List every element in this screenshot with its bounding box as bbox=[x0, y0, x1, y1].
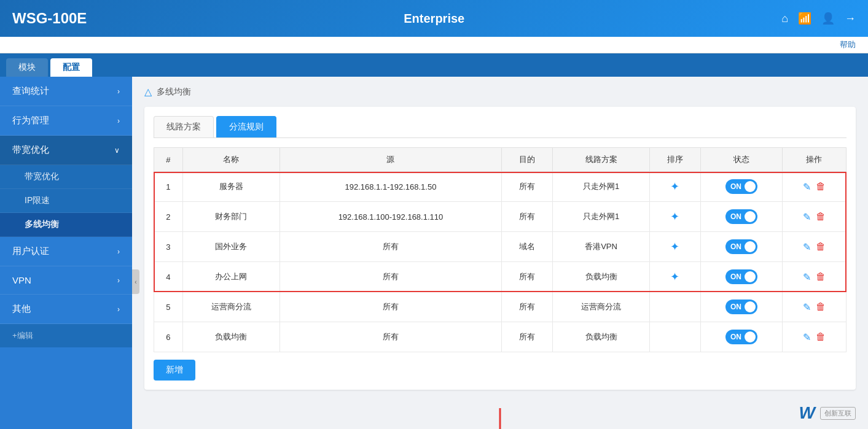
cell-id: 5 bbox=[154, 292, 183, 322]
tab-config[interactable]: 配置 bbox=[50, 58, 92, 77]
cell-status: ON bbox=[700, 292, 782, 322]
toggle-switch[interactable]: ON bbox=[725, 269, 757, 284]
table-row: 1服务器192.168.1.1-192.168.1.50所有只走外网1✦ON✎🗑 bbox=[154, 172, 846, 202]
cell-dest: 所有 bbox=[502, 202, 553, 232]
sidebar-collapse-button[interactable]: ‹ bbox=[132, 269, 139, 294]
toggle-switch[interactable]: ON bbox=[725, 300, 757, 314]
cell-dest: 所有 bbox=[502, 172, 553, 202]
delete-icon[interactable]: 🗑 bbox=[816, 211, 826, 222]
edit-icon[interactable]: ✎ bbox=[803, 181, 811, 193]
chevron-other: › bbox=[117, 305, 120, 314]
cell-sort: ✦ bbox=[650, 202, 701, 232]
sort-icon[interactable]: ✦ bbox=[670, 241, 679, 253]
edit-icon[interactable]: ✎ bbox=[803, 271, 811, 283]
tab-route-plan[interactable]: 线路方案 bbox=[154, 116, 214, 137]
edit-icon[interactable]: ✎ bbox=[803, 331, 811, 343]
delete-icon[interactable]: 🗑 bbox=[816, 181, 826, 192]
edit-icon[interactable]: ✎ bbox=[803, 301, 811, 313]
col-header-status: 状态 bbox=[700, 148, 782, 172]
cell-id: 1 bbox=[154, 172, 183, 202]
toggle-switch[interactable]: ON bbox=[725, 239, 757, 254]
chevron-user-auth: › bbox=[117, 247, 120, 256]
action-icons: ✎🗑 bbox=[788, 241, 841, 253]
cell-dest: 所有 bbox=[502, 262, 553, 292]
edit-icon[interactable]: ✎ bbox=[803, 241, 811, 253]
breadcrumb-icon: △ bbox=[144, 86, 152, 98]
help-link[interactable]: 帮助 bbox=[840, 40, 856, 49]
cell-sort bbox=[650, 292, 701, 322]
sidebar-sub-ip-limit[interactable]: IP限速 bbox=[0, 189, 132, 213]
company-logo: 创新互联 bbox=[820, 407, 856, 420]
sidebar-item-query-label: 查询统计 bbox=[12, 85, 49, 97]
sidebar-item-bandwidth[interactable]: 带宽优化 ∨ bbox=[0, 136, 132, 165]
cell-id: 6 bbox=[154, 322, 183, 352]
delete-icon[interactable]: 🗑 bbox=[816, 271, 826, 282]
header-icons: ⌂ 📶 👤 → bbox=[781, 12, 856, 25]
cell-name: 财务部门 bbox=[182, 202, 280, 232]
col-header-sort: 排序 bbox=[650, 148, 701, 172]
cell-sort: ✦ bbox=[650, 172, 701, 202]
chevron-vpn: › bbox=[117, 276, 120, 285]
cell-name: 办公上网 bbox=[182, 262, 280, 292]
delete-icon[interactable]: 🗑 bbox=[816, 331, 826, 342]
breadcrumb: △ 多线均衡 bbox=[144, 86, 856, 98]
toggle-knob bbox=[745, 211, 756, 222]
toggle-knob bbox=[745, 271, 756, 282]
w-logo: W bbox=[799, 403, 815, 423]
sidebar-item-behavior[interactable]: 行为管理 › bbox=[0, 106, 132, 136]
edit-icon[interactable]: ✎ bbox=[803, 211, 811, 223]
cell-sort bbox=[650, 322, 701, 352]
delete-icon[interactable]: 🗑 bbox=[816, 241, 826, 252]
toggle-switch[interactable]: ON bbox=[725, 209, 757, 224]
sidebar-item-vpn[interactable]: VPN › bbox=[0, 266, 132, 295]
table-row: 5运营商分流所有所有运营商分流ON✎🗑 bbox=[154, 292, 846, 322]
sort-icon[interactable]: ✦ bbox=[670, 211, 679, 223]
user-icon[interactable]: 👤 bbox=[821, 12, 835, 25]
tab-flow-rules[interactable]: 分流规则 bbox=[216, 116, 276, 137]
toggle-switch[interactable]: ON bbox=[725, 179, 757, 194]
cell-status: ON bbox=[700, 232, 782, 262]
cell-route: 运营商分流 bbox=[553, 292, 650, 322]
cell-actions: ✎🗑 bbox=[782, 232, 846, 262]
sidebar-item-bandwidth-label: 带宽优化 bbox=[12, 144, 49, 156]
sort-icon[interactable]: ✦ bbox=[670, 271, 679, 283]
col-header-id: # bbox=[154, 148, 183, 172]
cell-sort: ✦ bbox=[650, 232, 701, 262]
delete-icon[interactable]: 🗑 bbox=[816, 301, 826, 312]
table-wrapper: # 名称 源 目的 线路方案 排序 状态 操作 1服务器192.168.1.1-… bbox=[154, 147, 846, 352]
sidebar-item-other-label: 其他 bbox=[12, 303, 31, 315]
cell-source: 所有 bbox=[280, 292, 502, 322]
wifi-icon[interactable]: 📶 bbox=[798, 12, 811, 25]
col-header-action: 操作 bbox=[782, 148, 846, 172]
cell-id: 3 bbox=[154, 232, 183, 262]
toggle-knob bbox=[745, 181, 756, 192]
cell-dest: 域名 bbox=[502, 232, 553, 262]
help-bar: 帮助 bbox=[0, 37, 868, 53]
cell-sort: ✦ bbox=[650, 262, 701, 292]
cell-source: 所有 bbox=[280, 322, 502, 352]
toggle-switch[interactable]: ON bbox=[725, 330, 757, 344]
sidebar-item-other[interactable]: 其他 › bbox=[0, 295, 132, 324]
sidebar-item-query[interactable]: 查询统计 › bbox=[0, 77, 132, 106]
cell-route: 只走外网1 bbox=[553, 202, 650, 232]
sidebar-add-edit[interactable]: +编辑 bbox=[0, 324, 132, 347]
table-row: 3国外业务所有域名香港VPN✦ON✎🗑 bbox=[154, 232, 846, 262]
col-header-source: 源 bbox=[280, 148, 502, 172]
sidebar-sub-multiline[interactable]: 多线均衡 bbox=[0, 213, 132, 237]
red-arrow-svg bbox=[475, 402, 525, 429]
home-icon[interactable]: ⌂ bbox=[781, 12, 788, 25]
cell-actions: ✎🗑 bbox=[782, 322, 846, 352]
data-table: # 名称 源 目的 线路方案 排序 状态 操作 1服务器192.168.1.1-… bbox=[154, 147, 846, 352]
add-button[interactable]: 新增 bbox=[154, 360, 195, 381]
table-row: 6负载均衡所有所有负载均衡ON✎🗑 bbox=[154, 322, 846, 352]
logout-icon[interactable]: → bbox=[845, 12, 856, 25]
toggle-knob bbox=[745, 331, 756, 342]
cell-source: 192.168.1.1-192.168.1.50 bbox=[280, 172, 502, 202]
cell-status: ON bbox=[700, 172, 782, 202]
cell-actions: ✎🗑 bbox=[782, 202, 846, 232]
tab-module[interactable]: 模块 bbox=[6, 58, 48, 77]
action-icons: ✎🗑 bbox=[788, 211, 841, 223]
sort-icon[interactable]: ✦ bbox=[670, 180, 679, 193]
sidebar-item-user-auth[interactable]: 用户认证 › bbox=[0, 237, 132, 266]
sidebar-sub-bandwidth-opt[interactable]: 带宽优化 bbox=[0, 165, 132, 189]
